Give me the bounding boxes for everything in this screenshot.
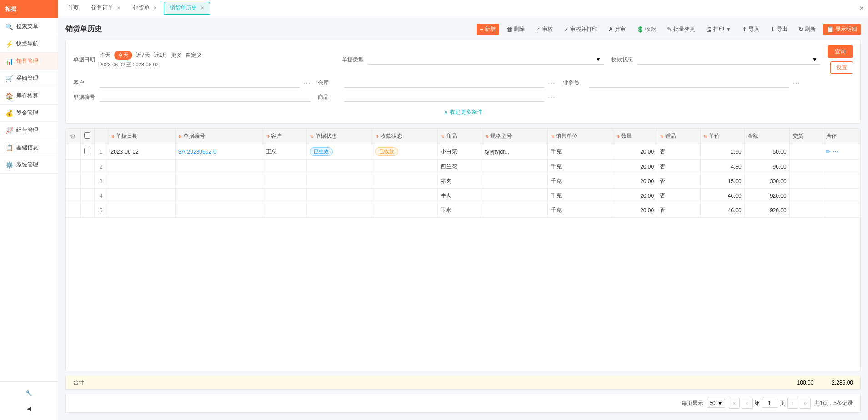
next-page-btn[interactable]: › <box>787 398 798 409</box>
sidebar-item-operations[interactable]: 📈 经营管理 <box>0 122 58 139</box>
sidebar-item-sales-mgmt[interactable]: 📊 销售管理 <box>0 53 58 70</box>
more-action-btn[interactable]: ⋯ <box>833 148 838 155</box>
sidebar-collapse-btn[interactable]: ◀ <box>0 401 58 416</box>
sort-doc-status-icon[interactable]: ⇅ <box>310 134 313 139</box>
collapse-btn[interactable]: ∧ 收起更多条件 <box>73 106 853 118</box>
page-header: 销货单历史 + 新增 🗑 删除 ✓ 审核 ✓ 审核并打印 <box>65 24 861 35</box>
date-tab-1month[interactable]: 近1月 <box>154 51 168 59</box>
customer-input[interactable] <box>100 78 300 88</box>
row-date <box>108 160 175 174</box>
sort-qty-icon[interactable]: ⇅ <box>616 134 620 139</box>
inventory-icon: 🏠 <box>5 92 13 100</box>
last-page-btn[interactable]: » <box>800 398 811 409</box>
sort-unit-icon[interactable]: ⇅ <box>551 134 554 139</box>
prev-page-btn[interactable]: ‹ <box>742 398 753 409</box>
import-button[interactable]: ⬆ 导入 <box>738 24 763 35</box>
table-row: 1 2023-06-02 SA-20230602-0 王总 已生效 已收款 小白… <box>66 144 860 160</box>
staff-field: 业务员 ··· <box>563 78 800 88</box>
sort-date-icon[interactable]: ⇅ <box>111 134 115 139</box>
goods-dots[interactable]: ··· <box>548 93 555 101</box>
row-doc-no <box>175 203 263 218</box>
abandon-button[interactable]: ✗ 弃审 <box>605 24 629 35</box>
batch-change-button[interactable]: ✎ 批量变更 <box>663 24 699 35</box>
col-gift: ⇅ 赠品 <box>657 129 701 144</box>
page-size-select[interactable]: 50 ▼ <box>707 399 725 408</box>
refresh-button[interactable]: ↻ 刷新 <box>795 24 819 35</box>
edit-action-btn[interactable]: ✏ <box>826 148 831 155</box>
tab-home[interactable]: 首页 <box>62 2 85 15</box>
sort-payment-status-icon[interactable]: ⇅ <box>375 134 379 139</box>
date-tab-custom[interactable]: 自定义 <box>186 51 202 59</box>
row-settings <box>66 144 80 160</box>
table-row: 4 牛肉 千克 20.00 否 46.00 920.00 <box>66 189 860 203</box>
sort-customer-icon[interactable]: ⇅ <box>266 134 270 139</box>
sort-price-icon[interactable]: ⇅ <box>703 134 707 139</box>
doc-status-badge: 已生效 <box>310 147 333 156</box>
table-gear-icon[interactable]: ⚙ <box>70 133 76 140</box>
sort-goods-icon[interactable]: ⇅ <box>441 134 444 139</box>
payment-status-select[interactable]: ▼ <box>637 55 820 65</box>
import-icon: ⬆ <box>742 26 747 33</box>
page-input[interactable] <box>762 399 778 408</box>
print-dropdown-icon: ▼ <box>726 26 731 33</box>
col-num <box>94 129 108 144</box>
tab-close-all[interactable]: ✕ <box>859 5 864 12</box>
date-tab-more[interactable]: 更多 <box>171 51 182 59</box>
collect-button[interactable]: 💲 收款 <box>633 24 660 35</box>
date-tab-yesterday[interactable]: 昨天 <box>100 51 110 59</box>
date-tab-today[interactable]: 今天 <box>114 51 132 60</box>
sidebar-item-purchase-mgmt[interactable]: 🛒 采购管理 <box>0 70 58 87</box>
staff-dots[interactable]: ··· <box>793 79 800 87</box>
doc-no-link[interactable]: SA-20230602-0 <box>178 149 216 155</box>
row-doc-status <box>307 189 372 203</box>
payment-status-field: 收款状态 ▼ <box>611 55 820 65</box>
doc-no-input[interactable] <box>100 92 311 102</box>
warehouse-dots[interactable]: ··· <box>548 79 555 87</box>
audit-button[interactable]: ✓ 审核 <box>532 24 557 35</box>
query-button[interactable]: 查询 <box>828 45 853 58</box>
goods-input[interactable] <box>344 92 544 102</box>
row-date <box>108 203 175 218</box>
new-button[interactable]: + 新增 <box>477 24 500 35</box>
tab-close-sales-order[interactable]: ✕ <box>117 5 120 10</box>
sidebar-item-inventory[interactable]: 🏠 库存核算 <box>0 87 58 105</box>
filter-area: 单据日期 昨天 今天 近7天 近1月 更多 自定义 2023-06-02 至 2… <box>65 40 861 124</box>
select-all-checkbox[interactable] <box>84 132 90 139</box>
delete-button[interactable]: 🗑 删除 <box>503 24 528 35</box>
row-checkbox[interactable] <box>84 148 90 154</box>
tab-sales-history[interactable]: 销货单历史 ✕ <box>164 2 210 15</box>
customer-dots[interactable]: ··· <box>303 79 311 87</box>
sidebar-settings-btn[interactable]: 🔧 <box>0 385 58 401</box>
sidebar-item-quick-nav[interactable]: ⚡ 快捷导航 <box>0 35 58 53</box>
row-amount: 300.00 <box>744 174 789 189</box>
tab-close-sales-history[interactable]: ✕ <box>201 5 204 10</box>
tab-close-sales-goods[interactable]: ✕ <box>153 5 157 10</box>
sidebar-item-sys-mgmt[interactable]: ⚙️ 系统管理 <box>0 156 58 174</box>
tab-sales-order[interactable]: 销售订单 ✕ <box>85 2 126 15</box>
print-button[interactable]: 🖨 打印 ▼ <box>702 24 735 35</box>
first-page-btn[interactable]: « <box>729 398 740 409</box>
audit-print-button[interactable]: ✓ 审核并打印 <box>560 24 601 35</box>
staff-input[interactable] <box>589 78 789 88</box>
sidebar-item-basic-info[interactable]: 📋 基础信息 <box>0 139 58 156</box>
sidebar-item-finance[interactable]: 💰 资金管理 <box>0 105 58 122</box>
table-header-row: ⚙ ⇅ 单据日期 ⇅ 单据编号 <box>66 129 860 144</box>
sort-doc-no-icon[interactable]: ⇅ <box>178 134 182 139</box>
warehouse-input[interactable] <box>344 78 544 88</box>
export-button[interactable]: ⬇ 导出 <box>767 24 791 35</box>
search-menu-icon: 🔍 <box>5 23 13 30</box>
setup-button[interactable]: 设置 <box>830 61 853 74</box>
row-qty: 20.00 <box>613 160 657 174</box>
tab-sales-goods[interactable]: 销货单 ✕ <box>127 2 163 15</box>
date-tab-7days[interactable]: 近7天 <box>136 51 150 59</box>
goods-label: 商品 <box>318 93 341 101</box>
sort-spec-icon[interactable]: ⇅ <box>485 134 489 139</box>
row-unit: 千克 <box>547 144 613 160</box>
page-content: 销货单历史 + 新增 🗑 删除 ✓ 审核 ✓ 审核并打印 <box>58 16 868 420</box>
sidebar-item-search-menu[interactable]: 🔍 搜索菜单 <box>0 18 58 35</box>
sort-gift-icon[interactable]: ⇅ <box>660 134 663 139</box>
doc-type-select[interactable]: ▼ <box>368 55 603 65</box>
toolbar: + 新增 🗑 删除 ✓ 审核 ✓ 审核并打印 ✗ 弃审 <box>477 24 861 35</box>
show-detail-button[interactable]: 📋 显示明细 <box>823 24 861 35</box>
row-checkbox-cell <box>80 189 94 203</box>
